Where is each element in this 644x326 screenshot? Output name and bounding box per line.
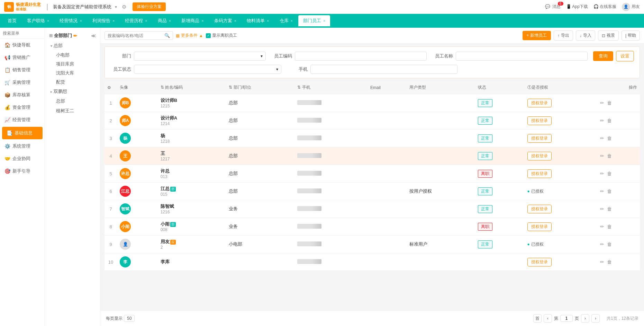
per-page-select[interactable]: 50 bbox=[124, 315, 135, 322]
tab-add-goods[interactable]: 新增商品 × bbox=[176, 15, 208, 26]
tab-profit[interactable]: 利润报告 × bbox=[88, 15, 119, 26]
row-auth[interactable]: 授权登录 bbox=[525, 147, 598, 165]
row-auth[interactable]: 授权登录 bbox=[525, 112, 598, 130]
dept-node-hq2[interactable]: 总部 bbox=[45, 96, 100, 106]
sidebar-item-inventory[interactable]: 📦 库存核算 bbox=[0, 89, 45, 101]
trial-button[interactable]: 体验行业方案 bbox=[133, 2, 166, 11]
row-auth[interactable]: 授权登录 bbox=[525, 130, 598, 147]
close-icon[interactable]: × bbox=[291, 19, 293, 23]
dept-child-small-elec[interactable]: 小电部 bbox=[45, 51, 100, 60]
edit-icon[interactable]: ✏ bbox=[600, 135, 604, 141]
close-icon[interactable]: × bbox=[112, 19, 115, 23]
first-page-btn[interactable]: 首 bbox=[533, 314, 542, 323]
delete-icon[interactable]: 🗑 bbox=[607, 206, 612, 212]
edit-icon[interactable]: ✏ bbox=[600, 224, 604, 229]
sidebar-item-operations[interactable]: 📈 经营管理 bbox=[0, 114, 45, 126]
close-icon[interactable]: × bbox=[201, 19, 203, 23]
close-icon[interactable]: × bbox=[169, 19, 171, 23]
show-inactive-toggle[interactable]: ✓ 显示离职员工 bbox=[206, 33, 237, 38]
close-icon[interactable]: × bbox=[47, 19, 49, 23]
sidebar-item-guide[interactable]: 🎯 新手引导 bbox=[0, 165, 45, 177]
dept-child-project[interactable]: 项目库房 bbox=[45, 60, 100, 69]
authorize-button[interactable]: 授权登录 bbox=[527, 258, 552, 266]
tab-barcode[interactable]: 条码方案 × bbox=[209, 15, 241, 26]
delete-icon[interactable]: 🗑 bbox=[607, 153, 612, 159]
tab-bom[interactable]: 物料清单 × bbox=[242, 15, 274, 26]
import-button[interactable]: ↓ 导入 bbox=[576, 30, 595, 41]
help-button[interactable]: | 帮助 bbox=[622, 30, 640, 41]
sidebar-item-basic[interactable]: 📑 基础信息 bbox=[2, 127, 43, 139]
dept-child-shenyang[interactable]: 沈阳大库 bbox=[45, 69, 100, 78]
authorize-button[interactable]: 授权登录 bbox=[527, 116, 552, 125]
th-dept[interactable]: ⇅ 部门/职位 bbox=[226, 81, 294, 94]
search-button[interactable]: 查询 bbox=[593, 51, 613, 61]
search-box[interactable]: 🔍 bbox=[105, 31, 173, 40]
tab-warehouse[interactable]: 仓库 × bbox=[275, 15, 298, 26]
dept-child-distribution[interactable]: 配货 bbox=[45, 78, 100, 87]
th-name[interactable]: ⇅ 姓名/编码 bbox=[158, 81, 226, 94]
system-arrow-icon[interactable]: ▾ bbox=[115, 5, 117, 9]
tab-customer[interactable]: 客户联络 × bbox=[22, 15, 54, 26]
dept-node-tree-king[interactable]: 植树王二 bbox=[45, 106, 100, 116]
user-menu[interactable]: 👤 用友 bbox=[622, 3, 640, 11]
message-icon[interactable]: 💬 6 消息 bbox=[545, 4, 560, 10]
row-auth[interactable]: 授权登录 bbox=[525, 200, 598, 218]
th-settings[interactable]: ⚙ bbox=[105, 81, 117, 94]
row-auth[interactable]: 授权登录 bbox=[525, 253, 598, 271]
edit-icon[interactable]: ✏ bbox=[600, 188, 604, 194]
delete-icon[interactable]: 🗑 bbox=[607, 171, 612, 176]
sidebar-item-system[interactable]: ⚙️ 系统管理 bbox=[0, 140, 45, 152]
page-input[interactable] bbox=[560, 315, 573, 322]
close-icon[interactable]: × bbox=[234, 19, 236, 23]
name-input[interactable] bbox=[456, 52, 588, 61]
edit-icon[interactable]: ✏ bbox=[600, 118, 604, 123]
row-auth[interactable]: 授权登录 bbox=[525, 218, 598, 236]
delete-icon[interactable]: 🗑 bbox=[607, 188, 612, 194]
sidebar-item-purchase[interactable]: 🛒 采购管理 bbox=[0, 76, 45, 89]
app-download[interactable]: 📱 App下载 bbox=[566, 4, 588, 10]
gear-icon[interactable]: ⚙ bbox=[122, 4, 126, 10]
phone-input[interactable] bbox=[310, 65, 458, 74]
close-icon[interactable]: × bbox=[267, 19, 269, 23]
sidebar-item-enterprise[interactable]: 🤝 企业协同 bbox=[0, 152, 45, 165]
sidebar-item-sales[interactable]: 📋 销售管理 bbox=[0, 64, 45, 76]
settings-button[interactable]: 设置 bbox=[616, 51, 634, 61]
view-button[interactable]: ⊡ 视景 bbox=[598, 30, 619, 41]
edit-icon[interactable]: ✏ bbox=[600, 100, 604, 106]
close-icon[interactable]: × bbox=[323, 19, 325, 23]
authorize-button[interactable]: 授权登录 bbox=[527, 99, 552, 107]
sidebar-item-quick-nav[interactable]: 🏠 快捷导航 bbox=[0, 39, 45, 51]
authorize-button[interactable]: 授权登录 bbox=[527, 205, 552, 213]
close-icon[interactable]: × bbox=[145, 19, 147, 23]
export-button[interactable]: ↑ 导出 bbox=[554, 30, 573, 41]
authorize-button[interactable]: 授权登录 bbox=[527, 152, 552, 160]
tab-employees[interactable]: 部门员工 × bbox=[298, 15, 330, 26]
tab-goods[interactable]: 商品 × bbox=[153, 15, 176, 26]
dept-node-shuangpeng[interactable]: ▸ 双鹏想 bbox=[45, 87, 100, 96]
delete-icon[interactable]: 🗑 bbox=[607, 241, 612, 247]
add-employee-button[interactable]: + 新增员工 bbox=[523, 31, 551, 40]
prev-page-btn[interactable]: ‹ bbox=[544, 314, 552, 323]
tab-history[interactable]: 经营历程 × bbox=[120, 15, 152, 26]
delete-icon[interactable]: 🗑 bbox=[607, 224, 612, 229]
tab-operations[interactable]: 经营情况 × bbox=[55, 15, 87, 26]
sidebar-search[interactable]: 🔍 bbox=[0, 28, 45, 39]
delete-icon[interactable]: 🗑 bbox=[607, 118, 612, 123]
row-auth[interactable]: 授权登录 bbox=[525, 165, 598, 183]
edit-icon[interactable]: ✏ bbox=[600, 171, 604, 176]
next-page-btn[interactable]: › bbox=[581, 314, 589, 323]
status-select[interactable]: ▾ bbox=[134, 65, 281, 74]
th-phone[interactable]: ⇅ 手机 bbox=[294, 81, 368, 94]
edit-icon[interactable]: ✏ bbox=[600, 206, 604, 212]
dept-select[interactable]: ▾ bbox=[134, 52, 266, 61]
authorize-button[interactable]: 授权登录 bbox=[527, 169, 552, 178]
online-service[interactable]: 🎧 在线客服 bbox=[593, 4, 616, 10]
tab-home[interactable]: 首页 bbox=[3, 15, 21, 26]
sidebar-item-finance[interactable]: 💰 资金管理 bbox=[0, 101, 45, 114]
edit-icon[interactable]: ✏ bbox=[600, 259, 604, 265]
edit-icon[interactable]: ✏ bbox=[600, 153, 604, 159]
search-input[interactable] bbox=[108, 33, 163, 38]
more-filter-btn[interactable]: ▦ 更多条件 ▲ bbox=[176, 33, 203, 38]
delete-icon[interactable]: 🗑 bbox=[607, 100, 612, 106]
sidebar-item-marketing[interactable]: 📢 营销推广 bbox=[0, 51, 45, 64]
